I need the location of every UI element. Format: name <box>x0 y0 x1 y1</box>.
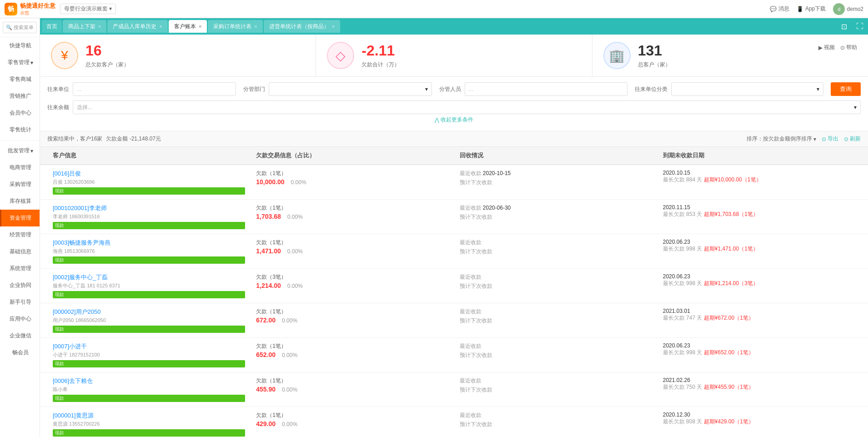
debt-count-7: 欠款（1笔） <box>256 412 448 419</box>
customer-name-0[interactable]: [0016]吕俊 <box>53 170 245 178</box>
tab-close-purchase-order[interactable]: × <box>254 24 257 29</box>
sidebar-item-wechat[interactable]: 企业微信 <box>0 327 40 344</box>
overdue-info-5: 最长欠款 998 天 超期¥652.00（1笔） <box>663 349 855 357</box>
td-collection-2: 最近收款 预计下次收款 <box>454 234 657 268</box>
tab-product-instock[interactable]: 产成品入库单历史 × <box>107 20 167 33</box>
customer-name-3[interactable]: [0002]服务中心_丁磊 <box>53 273 245 281</box>
user-menu[interactable]: d demo2 <box>833 3 863 15</box>
overdue-link-3[interactable]: 超期¥1,214.00（3笔） <box>704 280 758 286</box>
sidebar-item-sys-mgmt[interactable]: 系统管理 <box>0 260 40 277</box>
overdue-link-4[interactable]: 超期¥672.00（1笔） <box>704 315 754 321</box>
tab-home[interactable]: 首页 <box>42 20 62 33</box>
industry-selector[interactable]: 母婴行业演示账套 ▾ <box>60 4 116 14</box>
tab-maximize-btn[interactable]: ⛶ <box>853 21 866 31</box>
overdue-link-5[interactable]: 超期¥652.00（1笔） <box>704 349 754 356</box>
sidebar-item-fund-mgmt[interactable]: 资金管理 <box>0 210 40 226</box>
td-debt-0: 欠款（1笔） 10,000.00 0.00% <box>251 165 454 199</box>
tab-close-product-offshelf[interactable]: × <box>98 24 101 29</box>
export-btn[interactable]: ⊙ 导出 <box>822 135 838 143</box>
td-collection-7: 最近收款 预计下次收款 <box>454 407 657 437</box>
tab-close-stock-stat[interactable]: × <box>332 24 335 29</box>
td-customer-7: [000001]黄思源 黄思源 13552700226 现款 <box>47 407 251 437</box>
overdue-link-1[interactable]: 超期¥1,703.68（1笔） <box>704 211 758 217</box>
stat-info-total: 131 总客户（家） <box>638 42 671 69</box>
from-unit-input[interactable]: ... <box>73 82 236 96</box>
table-row: [0006]去下粮仓 陈小希 现款 欠款（1笔） 455.90 0.00% 最 <box>40 372 868 407</box>
debt-amount-4[interactable]: 672.00 <box>256 316 276 324</box>
filter-from-unit: 往来单位 ... <box>47 82 236 96</box>
next-collection-7: 预计下次收款 <box>460 421 652 428</box>
chevron-unit-icon: ▾ <box>817 86 819 92</box>
td-due-4: 2021.03.01 最长欠款 747 天 超期¥672.00（1笔） <box>657 303 861 337</box>
sidebar-item-inventory[interactable]: 库存核算 <box>0 193 40 210</box>
sidebar-item-enterprise[interactable]: 企业协同 <box>0 277 40 294</box>
debt-amount-7[interactable]: 429.00 <box>256 420 276 427</box>
sidebar-item-purchase[interactable]: 采购管理 <box>0 176 40 193</box>
debt-percent-1: 0.00% <box>287 214 303 220</box>
sidebar-search-area: 🔍 搜索菜单 <box>0 18 40 37</box>
customer-contact-6: 陈小希 <box>53 386 245 393</box>
customer-tag-1: 现款 <box>53 222 245 229</box>
td-due-6: 2021.02.26 最长欠款 750 天 超期¥455.90（1笔） <box>657 372 861 407</box>
customer-name-2[interactable]: [0003]畅捷服务尹海燕 <box>53 239 245 247</box>
sidebar-item-retail-mgmt[interactable]: 零售管理 ▾ <box>0 54 40 71</box>
tab-close-customer-account[interactable]: × <box>199 24 201 29</box>
last-collection-1: 最近收款 2020-06-30 <box>460 204 652 212</box>
search-menu-button[interactable]: 🔍 搜索菜单 <box>3 22 37 33</box>
debt-amount-0[interactable]: 10,000.00 <box>256 178 284 186</box>
customer-name-7[interactable]: [000001]黄思源 <box>53 412 245 420</box>
td-collection-6: 最近收款 预计下次收款 <box>454 372 657 407</box>
video-help-btn[interactable]: ▶ 视频 <box>818 44 835 51</box>
debt-amount-1[interactable]: 1,703.68 <box>256 213 281 220</box>
sidebar-item-ecommerce[interactable]: 电商管理 <box>0 159 40 176</box>
sidebar-item-batch-mgmt[interactable]: 批发管理 ▾ <box>0 142 40 159</box>
collapse-filter-btn[interactable]: ⋀ 收起更多条件 <box>47 114 861 126</box>
sidebar-item-base-info[interactable]: 基础信息 <box>0 243 40 260</box>
tab-restore-btn[interactable]: ⊡ <box>838 21 850 32</box>
sidebar-item-members[interactable]: 会员中心 <box>0 105 40 121</box>
debt-amount-2[interactable]: 1,471.00 <box>256 247 281 255</box>
customer-contact-2: 海燕 18513066976 <box>53 248 245 255</box>
overdue-link-6[interactable]: 超期¥455.90（1笔） <box>704 384 754 390</box>
tab-product-offshelf[interactable]: 商品上下架 × <box>63 20 106 33</box>
dept-select[interactable]: ▾ <box>269 82 432 96</box>
sidebar-item-retail-stats[interactable]: 零售统计 <box>0 121 40 138</box>
content-area: 首页 商品上下架 × 产成品入库单历史 × 客户账本 × 采购订单统计表 × 进… <box>40 18 868 437</box>
debt-amount-6[interactable]: 455.90 <box>256 386 276 393</box>
sidebar-item-marketing[interactable]: 营销推广 <box>0 88 40 105</box>
messages-btn[interactable]: 💬 消息 <box>770 5 789 13</box>
tab-purchase-order[interactable]: 采购订单统计表 × <box>208 20 262 33</box>
tab-close-product-instock[interactable]: × <box>159 24 162 29</box>
help-btn[interactable]: ⊙ 帮助 <box>840 44 857 51</box>
overdue-link-7[interactable]: 超期¥429.00（1笔） <box>704 418 754 425</box>
refresh-btn[interactable]: ⊙ 刷新 <box>844 135 861 143</box>
sidebar-item-member-plus[interactable]: 畅会员 <box>0 344 40 361</box>
overdue-link-0[interactable]: 超期¥10,000.00（1笔） <box>704 176 762 183</box>
video-icon: ▶ <box>818 45 823 51</box>
debt-amount-5[interactable]: 652.00 <box>256 351 276 358</box>
customer-name-5[interactable]: [0007]小进干 <box>53 342 245 351</box>
table-header: 客户信息 欠款交易信息（占比） 回收情况 到期未收款日期 <box>40 147 868 165</box>
overdue-link-2[interactable]: 超期¥1,471.00（1笔） <box>704 246 758 252</box>
customer-tag-5: 现款 <box>53 360 245 367</box>
sidebar-item-quick-nav[interactable]: 快捷导航 <box>0 37 40 54</box>
sidebar-item-biz-mgmt[interactable]: 经营管理 <box>0 226 40 243</box>
tab-stock-stat[interactable]: 进货单统计表（按商品） × <box>264 20 340 33</box>
customer-name-6[interactable]: [0006]去下粮仓 <box>53 377 245 385</box>
balance-select[interactable]: 选择... ▾ <box>73 100 861 114</box>
customer-name-4[interactable]: [000002]用户2050 <box>53 308 245 316</box>
sidebar-item-new-guide[interactable]: 新手引导 <box>0 294 40 311</box>
filter-unit-category-label: 往来单位分类 <box>635 85 667 93</box>
manager-input[interactable]: ... <box>465 82 628 96</box>
debt-amount-3[interactable]: 1,214.00 <box>256 282 281 289</box>
sort-selector[interactable]: 排序：按欠款金额倒序排序 ▾ <box>747 135 816 143</box>
customer-name-1[interactable]: [0001020001]李老师 <box>53 204 245 212</box>
unit-category-select[interactable]: ▾ <box>671 82 823 96</box>
sidebar-item-retail-store[interactable]: 零售商城 <box>0 71 40 88</box>
tab-customer-account[interactable]: 客户账本 × <box>169 20 207 33</box>
logo-icon: 畅 <box>5 3 17 15</box>
app-download-btn[interactable]: 📱 App下载 <box>797 5 826 13</box>
sidebar-item-app-center[interactable]: 应用中心 <box>0 311 40 327</box>
customer-contact-5: 小进干 18279152100 <box>53 352 245 358</box>
search-button[interactable]: 查询 <box>831 82 861 96</box>
